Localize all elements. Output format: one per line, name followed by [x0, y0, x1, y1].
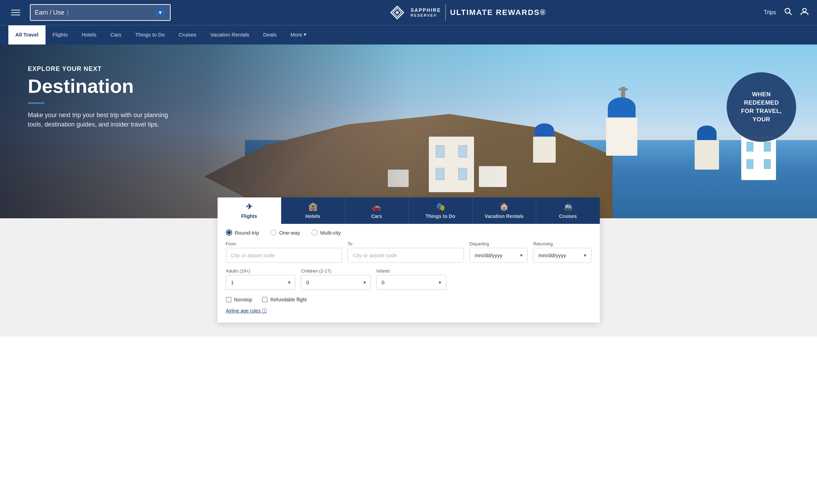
- one-way-label: One-way: [279, 230, 300, 236]
- nav-item-more[interactable]: More ▾: [284, 25, 313, 44]
- refundable-checkbox[interactable]: [262, 297, 268, 302]
- nonstop-label: Nonstop: [234, 297, 252, 302]
- user-icon-button[interactable]: [800, 7, 809, 18]
- departing-select[interactable]: mm/dd/yyyy: [469, 248, 528, 263]
- cars-tab-icon: 🚗: [372, 202, 381, 211]
- hotels-tab-label: Hotels: [305, 213, 320, 219]
- tab-cruises[interactable]: 🚢 Cruises: [536, 197, 600, 224]
- multi-city-radio[interactable]: Multi-city: [311, 229, 341, 236]
- adults-select-wrap: 1 2 3 4: [226, 275, 296, 290]
- children-select-wrap: 0 1 2: [301, 275, 371, 290]
- children-label: Children (2-17): [301, 268, 371, 274]
- reward-line-3: FOR TRAVEL, YOUR: [734, 107, 789, 124]
- tab-vacation-rentals[interactable]: 🏠 Vacation Rentals: [473, 197, 537, 224]
- reward-line-1: WHEN: [734, 90, 789, 99]
- earn-use-label: Earn / Use: [35, 9, 64, 16]
- hotels-tab-icon: 🏨: [308, 202, 318, 211]
- hero-divider: [28, 103, 44, 104]
- round-trip-radio[interactable]: Round-trip: [226, 229, 259, 236]
- rentals-tab-icon: 🏠: [499, 202, 509, 211]
- airline-age-rules-link[interactable]: Airline age rules ⓘ: [226, 305, 591, 317]
- user-icon: [800, 7, 809, 16]
- hamburger-menu-button[interactable]: [8, 7, 23, 18]
- search-icon: [784, 8, 792, 15]
- departing-select-wrap: mm/dd/yyyy: [469, 248, 528, 263]
- building-large: [429, 137, 474, 192]
- multi-city-radio-dot: [311, 229, 318, 236]
- tab-hotels[interactable]: 🏨 Hotels: [281, 197, 345, 224]
- nonstop-checkbox-label[interactable]: Nonstop: [226, 297, 252, 302]
- reward-circle: WHEN REDEEMED FOR TRAVEL, YOUR: [727, 72, 796, 142]
- to-field-group: To: [348, 241, 464, 263]
- earn-use-dropdown-button[interactable]: ▼: [155, 7, 166, 18]
- one-way-radio[interactable]: One-way: [270, 229, 300, 236]
- passengers-row: Adults (18+) 1 2 3 4 Children (2-17): [226, 268, 591, 290]
- nav-item-deals[interactable]: Deals: [256, 25, 283, 44]
- nav-item-flights[interactable]: Flights: [46, 25, 75, 44]
- nonstop-checkbox[interactable]: [226, 297, 231, 302]
- chase-logo-icon: [388, 3, 406, 22]
- nav-item-cruises[interactable]: Cruises: [172, 25, 203, 44]
- one-way-radio-dot: [270, 229, 277, 236]
- hamburger-line: [11, 10, 20, 10]
- search-widget: ✈ Flights 🏨 Hotels 🚗 Cars 🎭 Things to Do…: [218, 197, 600, 323]
- flights-tab-icon: ✈: [246, 202, 252, 211]
- from-input[interactable]: [226, 248, 342, 263]
- nav-item-hotels[interactable]: Hotels: [75, 25, 104, 44]
- hero-eyebrow: EXPLORE YOUR NEXT: [28, 65, 181, 73]
- hamburger-line: [11, 12, 20, 13]
- nav-item-cars[interactable]: Cars: [103, 25, 128, 44]
- children-select[interactable]: 0 1 2: [301, 275, 371, 290]
- svg-line-3: [790, 13, 792, 15]
- returning-select-wrap: mm/dd/yyyy: [533, 248, 591, 263]
- reward-line-2: REDEEMED: [734, 99, 789, 107]
- hamburger-line: [11, 15, 20, 15]
- tab-flights[interactable]: ✈ Flights: [218, 197, 281, 224]
- svg-point-4: [803, 8, 806, 12]
- hero-title: Destination: [28, 75, 181, 97]
- cruises-tab-icon: 🚢: [563, 202, 573, 211]
- things-tab-icon: 🎭: [436, 202, 445, 211]
- hero-section: EXPLORE YOUR NEXT Destination Make your …: [0, 44, 817, 218]
- from-field-group: From: [226, 241, 342, 263]
- route-date-row: From To Departing mm/dd/yyyy Ret: [226, 241, 591, 263]
- cruises-tab-label: Cruises: [559, 213, 577, 219]
- to-input[interactable]: [348, 248, 464, 263]
- ultimate-rewards-logo: ULTIMATE REWARDS®: [450, 8, 546, 17]
- round-trip-radio-dot: [226, 229, 232, 236]
- nav-item-vacation-rentals[interactable]: Vacation Rentals: [203, 25, 256, 44]
- tab-things-to-do[interactable]: 🎭 Things to Do: [409, 197, 473, 224]
- adults-label: Adults (18+): [226, 268, 296, 274]
- infants-select[interactable]: 0 1: [376, 275, 446, 290]
- nav-item-things-to-do[interactable]: Things to Do: [128, 25, 172, 44]
- secondary-navigation: All Travel Flights Hotels Cars Things to…: [0, 25, 817, 44]
- top-navigation: Earn / Use | ▼ SAPPHIRE RESERVE® ULTIMAT…: [0, 0, 817, 25]
- flight-search-form: From To Departing mm/dd/yyyy Ret: [218, 238, 600, 323]
- adults-field-group: Adults (18+) 1 2 3 4: [226, 268, 296, 290]
- departing-field-group: Departing mm/dd/yyyy: [469, 241, 528, 263]
- earn-use-input[interactable]: [71, 9, 152, 16]
- infants-label: Infants: [376, 268, 446, 274]
- nav-item-all-travel[interactable]: All Travel: [8, 25, 46, 44]
- logo-area: SAPPHIRE RESERVE® ULTIMATE REWARDS®: [178, 3, 757, 22]
- adults-select[interactable]: 1 2 3 4: [226, 275, 296, 290]
- search-widget-background: ✈ Flights 🏨 Hotels 🚗 Cars 🎭 Things to Do…: [0, 197, 817, 336]
- from-label: From: [226, 241, 342, 246]
- chevron-down-icon: ▾: [304, 31, 307, 38]
- children-field-group: Children (2-17) 0 1 2: [301, 268, 371, 290]
- returning-select[interactable]: mm/dd/yyyy: [533, 248, 591, 263]
- trip-type-row: Round-trip One-way Multi-city: [218, 224, 600, 238]
- checkbox-row: Nonstop Refundable flight: [226, 295, 591, 305]
- multi-city-label: Multi-city: [320, 230, 341, 236]
- refundable-label: Refundable flight: [270, 297, 307, 302]
- filler: [452, 268, 591, 290]
- rentals-tab-label: Vacation Rentals: [485, 213, 524, 219]
- trips-link[interactable]: Trips: [764, 9, 776, 16]
- earn-use-container: Earn / Use | ▼: [30, 4, 171, 21]
- refundable-checkbox-label[interactable]: Refundable flight: [262, 297, 307, 302]
- logo-divider: [445, 4, 446, 21]
- tab-cars[interactable]: 🚗 Cars: [345, 197, 409, 224]
- to-label: To: [348, 241, 464, 246]
- cars-tab-label: Cars: [371, 213, 382, 219]
- search-icon-button[interactable]: [784, 8, 792, 17]
